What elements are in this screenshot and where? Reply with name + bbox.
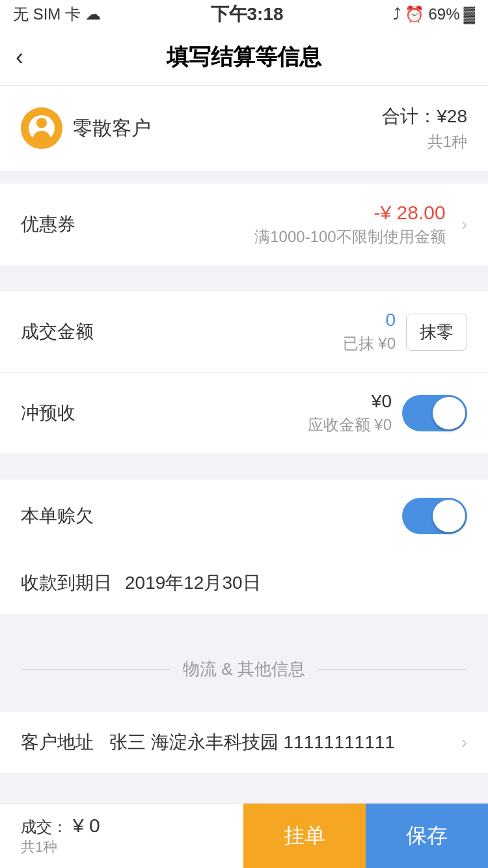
page-title: 填写结算等信息	[167, 42, 321, 72]
credit-toggle[interactable]	[402, 498, 467, 534]
deal-count: 共1种	[21, 837, 223, 857]
address-section[interactable]: 客户地址 张三 海淀永丰科技园 11111111111 ›	[0, 712, 488, 773]
transaction-row: 成交金额 0 已抹 ¥0 抹零	[0, 292, 488, 372]
coupon-right: -¥ 28.00 满1000-100不限制使用金额 ›	[254, 202, 467, 247]
transaction-section: 成交金额 0 已抹 ¥0 抹零 冲预收 ¥0 应收金额 ¥0	[0, 292, 488, 454]
prepay-value: ¥0	[308, 391, 392, 412]
due-date-label: 收款到期日	[21, 571, 112, 595]
bottom-bar: 成交： ¥ 0 共1种 挂单 保存	[0, 803, 488, 868]
prepay-sub: 应收金额 ¥0	[308, 414, 392, 435]
hang-button[interactable]: 挂单	[243, 804, 366, 869]
sim-status: 无 SIM 卡 ☁	[13, 4, 101, 25]
address-row[interactable]: 客户地址 张三 海淀永丰科技园 11111111111 ›	[0, 712, 488, 773]
alarm-icon: ⏰	[405, 5, 424, 23]
save-button[interactable]: 保存	[366, 804, 488, 869]
coupon-amount-block: -¥ 28.00 满1000-100不限制使用金额	[254, 202, 445, 247]
main-content: 零散客户 合计：¥28 共1种 优惠券 -¥ 28.00 满1000-100不限…	[0, 86, 488, 868]
prepay-label: 冲预收	[21, 401, 75, 426]
credit-section: 本单赊欠 收款到期日 2019年12月30日	[0, 480, 488, 614]
location-icon: ⤴	[393, 5, 401, 23]
address-label: 客户地址	[21, 730, 94, 755]
status-left: 无 SIM 卡 ☁	[13, 4, 101, 25]
prepay-amount-block: ¥0 应收金额 ¥0	[308, 391, 392, 435]
customer-right: 合计：¥28 共1种	[382, 104, 467, 152]
transaction-label: 成交金额	[21, 319, 94, 344]
customer-section: 零散客户 合计：¥28 共1种	[0, 86, 488, 170]
customer-left: 零散客户	[21, 107, 151, 149]
due-date-row: 收款到期日 2019年12月30日	[0, 552, 488, 614]
transaction-sub: 已抹 ¥0	[343, 333, 396, 354]
back-button[interactable]: ‹	[16, 44, 23, 71]
divider-line-left	[21, 669, 170, 670]
coupon-sub: 满1000-100不限制使用金额	[254, 226, 445, 247]
coupon-label: 优惠券	[21, 212, 75, 237]
avatar-icon	[29, 115, 55, 141]
divider-line-right	[318, 669, 467, 670]
battery-level: 69%	[428, 5, 459, 23]
logistics-label: 物流 & 其他信息	[183, 658, 305, 681]
nav-bar: ‹ 填写结算等信息	[0, 29, 488, 86]
total-amount: 合计：¥28	[382, 104, 467, 129]
customer-row: 零散客户 合计：¥28 共1种	[0, 86, 488, 170]
coupon-chevron: ›	[461, 214, 467, 235]
status-bar: 无 SIM 卡 ☁ 下午3:18 ⤴ ⏰ 69% ▓	[0, 0, 488, 29]
credit-label: 本单赊欠	[21, 504, 94, 528]
deal-label: 成交：	[21, 817, 68, 837]
coupon-section[interactable]: 优惠券 -¥ 28.00 满1000-100不限制使用金额 ›	[0, 183, 488, 265]
avatar	[21, 107, 62, 149]
coupon-row[interactable]: 优惠券 -¥ 28.00 满1000-100不限制使用金额 ›	[0, 183, 488, 265]
divider-2	[0, 467, 488, 480]
customer-name: 零散客户	[73, 115, 151, 142]
prepay-row: 冲预收 ¥0 应收金额 ¥0	[0, 372, 488, 454]
address-chevron: ›	[461, 732, 467, 753]
credit-row: 本单赊欠	[0, 480, 488, 552]
address-value: 张三 海淀永丰科技园 11111111111	[109, 730, 456, 755]
transaction-right: 0 已抹 ¥0 抹零	[343, 310, 467, 354]
logistics-divider: 物流 & 其他信息	[0, 640, 488, 699]
credit-right	[402, 498, 467, 534]
prepay-right: ¥0 应收金额 ¥0	[308, 391, 467, 435]
total-count: 共1种	[382, 131, 467, 152]
status-right: ⤴ ⏰ 69% ▓	[393, 5, 475, 23]
transaction-value: 0	[343, 310, 396, 331]
battery-icon: ▓	[463, 5, 475, 23]
round-zero-button[interactable]: 抹零	[406, 314, 467, 351]
due-date-value: 2019年12月30日	[125, 571, 261, 595]
divider-4	[0, 699, 488, 712]
status-time: 下午3:18	[211, 2, 284, 27]
bottom-info: 成交： ¥ 0 共1种	[0, 815, 243, 857]
prepay-toggle[interactable]	[402, 395, 467, 431]
deal-amount: ¥ 0	[73, 815, 100, 837]
divider-1	[0, 278, 488, 292]
coupon-value: -¥ 28.00	[254, 202, 445, 224]
transaction-amount-block: 0 已抹 ¥0	[343, 310, 396, 354]
divider-3	[0, 627, 488, 640]
